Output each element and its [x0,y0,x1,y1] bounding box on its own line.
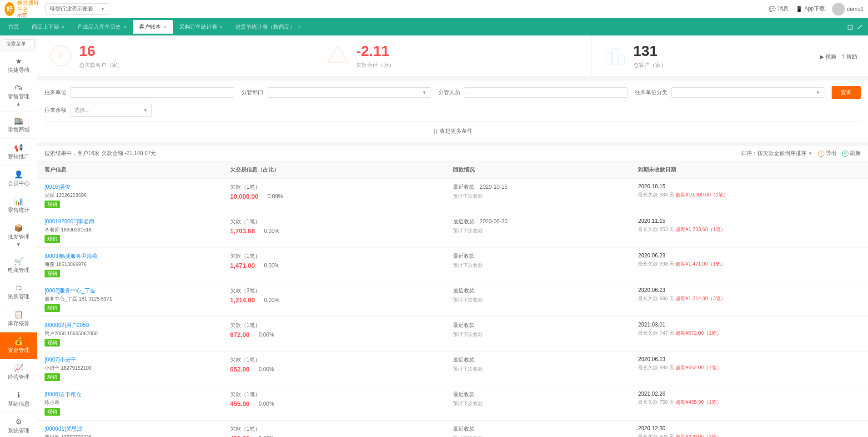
sidebar-item-system-mgmt[interactable]: ⚙ 系统管理 [0,413,37,437]
sidebar-item-retail-mgmt[interactable]: 🛍 零售管理 ▲ [0,79,37,112]
balance-select[interactable]: 选择... ▼ [70,104,152,117]
collapse-button[interactable]: ⟨⟨ 收起更多条件 [431,126,474,137]
sidebar-item-ecommerce[interactable]: 🛒 电商管理 [0,252,37,279]
sidebar-item-basic-info[interactable]: ℹ 基础信息 [0,386,37,413]
customer-name-7[interactable]: [000001]黄思源 [45,425,230,433]
expiry-overdue-2: 最长欠款 998 天 超期¥1,471.00（1笔） [638,261,861,267]
expiry-link-6[interactable]: 超期¥455.90（1笔） [676,399,722,405]
sidebar-item-member-center[interactable]: 👤 会员中心 [0,166,37,192]
sidebar-item-business-mgmt[interactable]: 📈 经营管理 [0,359,37,386]
expiry-info-3: 2020.06.23 最长欠款 998 天 超期¥1,214.00（3笔） [638,287,861,302]
recovery-label-1: 最近收款 2020-06-30 [453,218,638,226]
unit-category-label: 往来单位分类 [635,89,667,96]
tab-close-purchase-stats[interactable]: × [298,25,301,30]
user-avatar-button[interactable]: demo2 [832,3,863,15]
tab-expand-icon[interactable]: ⤢ [857,23,863,31]
expiry-link-1[interactable]: 超期¥1,703.68（1笔） [676,226,726,232]
customer-name-3[interactable]: [0002]服务中心_丁磊 [45,287,230,295]
customer-name-4[interactable]: [000002]用户2050 [45,321,230,329]
tab-product-history[interactable]: 产成品入库单历史 × [71,20,133,34]
expiry-link-5[interactable]: 超期¥652.00（1笔） [676,365,722,370]
customer-name-0[interactable]: [0016]吴俊 [45,183,230,191]
svg-text:¥: ¥ [58,51,64,60]
customer-name-1[interactable]: [0001020001]李老师 [45,218,230,226]
debt-row-1: 1,703.68 0.00% [230,227,453,235]
retail-mall-icon: 🏬 [0,116,37,125]
sidebar-item-purchase-mgmt[interactable]: 🗂 采购管理 [0,279,37,306]
customer-tag-6: 现销 [45,408,60,416]
tab-collapse-icon[interactable]: ⊡ [847,23,853,31]
expiry-link-2[interactable]: 超期¥1,471.00（1笔） [676,261,726,266]
recovery-next-1: 预计下次收款 [453,227,638,234]
sidebar-item-marketing[interactable]: 📢 营销推广 [0,139,37,166]
recovery-info-0: 最近收款 2020-10-15 预计下次收款 [453,183,638,200]
customer-contact-0: 吴俊 13026203696 [45,192,230,199]
customer-name-2[interactable]: [0003]畅捷服务尹海燕 [45,252,230,260]
refresh-icon: ↺ [842,151,848,157]
sidebar-item-inventory[interactable]: 📋 库存核算 [0,306,37,332]
sidebar: ★ 快捷导航 🛍 零售管理 ▲ 🏬 零售商城 📢 营销推广 👤 会员中心 � [0,35,37,437]
query-button[interactable]: 查询 [832,86,861,99]
filter-row-2: 往来余额 选择... ▼ [45,104,861,117]
inventory-icon: 📋 [0,310,37,319]
expiry-overdue-5: 最长欠款 998 天 超期¥652.00（1笔） [638,364,861,371]
unit-category-select[interactable]: ▼ [671,87,824,98]
recovery-info-1: 最近收款 2020-06-30 预计下次收款 [453,218,638,234]
customer-name-5[interactable]: [0007]小进干 [45,356,230,364]
tab-product-offline[interactable]: 商品上下架 × [25,20,71,34]
tab-close-product-offline[interactable]: × [62,25,65,30]
tab-close-purchase-order[interactable]: × [220,25,223,30]
video-action[interactable]: ▶ 视频 [820,53,836,61]
debt-row-5: 652.00 0.00% [230,366,453,373]
from-unit-input[interactable]: ... [70,87,234,98]
sidebar-search-input[interactable] [3,39,35,48]
expiry-link-3[interactable]: 超期¥1,214.00（3笔） [676,296,726,301]
message-button[interactable]: 💬 消息 [769,5,788,13]
expiry-date-0: 2020.10.15 [638,183,861,190]
dept-label: 分管部门 [241,89,263,96]
sidebar-item-batch-mgmt[interactable]: 📦 批发管理 ▼ [0,219,37,252]
tab-bar: 首页 商品上下架 × 产成品入库单历史 × 客户账本 × 采购订单统计表 × 进… [0,18,868,35]
expiry-link-0[interactable]: 超期¥10,000.00（1笔） [676,192,728,197]
tab-close-customer-account[interactable]: × [164,25,166,30]
system-mgmt-icon: ⚙ [0,417,37,426]
app-download-button[interactable]: 📱 App下载 [796,5,825,13]
person-input[interactable]: ... [464,87,628,98]
expiry-info-1: 2020.11.15 最长欠款 853 天 超期¥1,703.68（1笔） [638,218,861,233]
export-button[interactable]: ↑ 导出 [818,150,837,157]
debt-count-1: 欠款（1笔） [230,218,453,226]
sort-arrow[interactable]: ▼ [808,151,813,156]
debt-ratio-1: 0.00% [264,228,279,234]
expiry-link-7[interactable]: 超期¥429.00（1笔） [676,434,722,437]
tab-purchase-stats[interactable]: 进货单统计表（按商品） × [229,20,307,34]
demo-selector[interactable]: 母婴行业演示账套 ▼ [45,3,109,15]
customer-contact-1: 李老师 18600391516 [45,226,230,233]
sidebar-item-finance-mgmt[interactable]: 💰 资金管理 [0,332,37,359]
recovery-next-0: 预计下次收款 [453,193,638,200]
message-icon: 💬 [769,6,776,12]
tab-close-product-history[interactable]: × [124,25,126,30]
recovery-label-3: 最近收款 [453,287,638,295]
sidebar-item-retail-mall[interactable]: 🏬 零售商城 [0,112,37,139]
customer-info-5: [0007]小进干 小进干 18279152100 现销 [45,356,230,381]
debt-ratio-6: 0.00% [259,401,274,407]
video-icon: ▶ [820,54,824,60]
table-row: [0001020001]李老师 李老师 18600391516 现销 欠款（1笔… [37,213,868,248]
dept-select[interactable]: ▼ [267,87,431,98]
debt-amount-0: 10,000.00 [230,193,258,200]
recovery-info-5: 最近收款 预计下次收款 [453,356,638,372]
sidebar-search-area [0,35,37,52]
tab-purchase-order[interactable]: 采购订单统计表 × [173,20,229,34]
help-action[interactable]: ? 帮助 [842,53,857,61]
sidebar-item-quick-nav[interactable]: ★ 快捷导航 [0,52,37,79]
customer-contact-2: 海燕 18513066976 [45,261,230,268]
expiry-link-4[interactable]: 超期¥672.00（1笔） [676,330,722,336]
customer-name-6[interactable]: [0006]去下粮仓 [45,391,230,398]
table-row: [0003]畅捷服务尹海燕 海燕 18513066976 现销 欠款（1笔） 1… [37,248,868,282]
tab-customer-account[interactable]: 客户账本 × [133,20,173,34]
debt-count-0: 欠款（1笔） [230,183,453,191]
tab-home[interactable]: 首页 [2,20,25,34]
sidebar-item-retail-stats[interactable]: 📊 零售统计 [0,192,37,219]
refresh-button[interactable]: ↺ 刷新 [842,150,861,157]
debt-row-7: 429.00 0.00% [230,435,453,437]
